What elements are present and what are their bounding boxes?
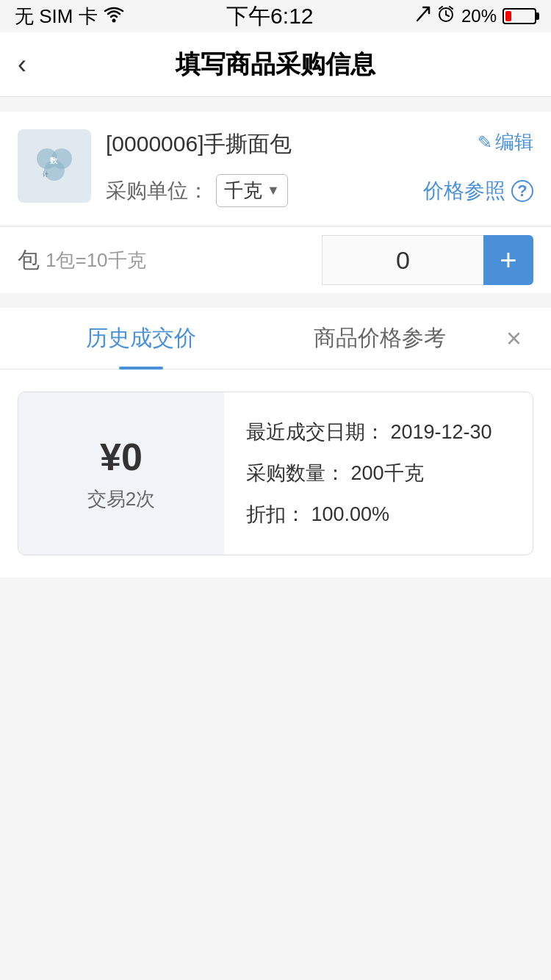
alarm-icon [436, 4, 455, 28]
svg-line-5 [450, 7, 453, 9]
status-bar: 无 SIM 卡 下午6:12 20 [0, 0, 551, 32]
product-card: 数 计 [0000006]手撕面包 ✎ 编辑 采购单位： 千克 ▼ 价格参照 [0, 112, 551, 225]
transaction-left: ¥0 交易2次 [18, 392, 224, 555]
transaction-card: ¥0 交易2次 最近成交日期： 2019-12-30 采购数量： 200千克 折… [18, 392, 533, 555]
quantity-row: 包 1包=10千克 0 + [18, 227, 533, 293]
quantity-input[interactable]: 0 [322, 235, 483, 285]
back-button[interactable]: ‹ [18, 49, 26, 80]
unit-conversion: 1包=10千克 [46, 248, 146, 273]
edit-icon: ✎ [478, 132, 492, 153]
transaction-discount-row: 折扣： 100.00% [246, 501, 511, 529]
tabs-section: 历史成交价 商品价格参考 × ¥0 交易2次 最近成交日期： 2019-12-3… [0, 308, 551, 577]
date-value: 2019-12-30 [391, 421, 492, 443]
product-unit-row: 采购单位： 千克 ▼ 价格参照 ? [106, 174, 533, 207]
price-ref-label: 价格参照 [423, 177, 505, 205]
carrier-text: 无 SIM 卡 [15, 4, 98, 29]
edit-button[interactable]: ✎ 编辑 [478, 129, 533, 155]
transaction-date-row: 最近成交日期： 2019-12-30 [246, 419, 511, 447]
unit-badge: 包 [18, 245, 40, 275]
tab-history-label: 历史成交价 [86, 323, 196, 353]
tab-close-button[interactable]: × [499, 323, 529, 354]
product-header: [0000006]手撕面包 ✎ 编辑 [106, 129, 533, 159]
discount-value: 100.00% [311, 503, 390, 525]
unit-dropdown[interactable]: 千克 ▼ [216, 174, 288, 207]
quantity-section: 包 1包=10千克 0 + [0, 226, 551, 293]
product-name: [0000006]手撕面包 [106, 129, 292, 159]
quantity-detail-value: 200千克 [351, 462, 424, 484]
transaction-price: ¥0 [100, 435, 143, 479]
price-ref-help-icon: ? [511, 180, 533, 202]
edit-label: 编辑 [495, 129, 533, 155]
dropdown-arrow-icon: ▼ [267, 183, 280, 198]
product-info: [0000006]手撕面包 ✎ 编辑 采购单位： 千克 ▼ 价格参照 ? [106, 129, 533, 207]
unit-label-text: 采购单位： [106, 177, 209, 205]
main-content [0, 577, 551, 980]
battery-fill [505, 11, 511, 21]
date-label: 最近成交日期： [246, 421, 385, 443]
transaction-quantity-row: 采购数量： 200千克 [246, 460, 511, 488]
transaction-right: 最近成交日期： 2019-12-30 采购数量： 200千克 折扣： 100.0… [224, 392, 533, 555]
wifi-icon [104, 5, 124, 28]
svg-text:计: 计 [43, 171, 48, 178]
svg-line-3 [446, 15, 449, 16]
transaction-count: 交易2次 [87, 486, 155, 512]
discount-label: 折扣： [246, 503, 306, 525]
tab-price-ref[interactable]: 商品价格参考 [260, 308, 498, 370]
svg-text:数: 数 [49, 156, 58, 165]
tabs-header: 历史成交价 商品价格参考 × [0, 308, 551, 370]
tab-history-price[interactable]: 历史成交价 [22, 308, 260, 370]
product-id: [0000006] [106, 131, 204, 156]
unit-label: 采购单位： 千克 ▼ [106, 174, 288, 207]
product-title: 手撕面包 [204, 131, 292, 156]
quantity-detail-label: 采购数量： [246, 462, 345, 484]
product-image: 数 计 [18, 129, 91, 203]
tab-content: ¥0 交易2次 最近成交日期： 2019-12-30 采购数量： 200千克 折… [0, 370, 551, 577]
location-icon [416, 6, 431, 26]
price-ref-button[interactable]: 价格参照 ? [423, 177, 533, 205]
tab-price-ref-label: 商品价格参考 [314, 323, 446, 353]
quantity-plus-button[interactable]: + [483, 235, 533, 285]
status-right: 20% [416, 4, 536, 28]
quantity-controls: 0 + [322, 235, 533, 285]
product-logo-icon: 数 计 [32, 144, 76, 188]
status-left: 无 SIM 卡 [15, 4, 124, 29]
quantity-label: 包 1包=10千克 [18, 245, 146, 275]
battery-icon [503, 8, 536, 24]
battery-percent: 20% [461, 6, 497, 26]
page-title: 填写商品采购信息 [176, 48, 375, 82]
svg-line-4 [439, 7, 442, 9]
unit-value: 千克 [224, 178, 262, 203]
nav-bar: ‹ 填写商品采购信息 [0, 32, 551, 97]
status-time: 下午6:12 [226, 1, 313, 32]
svg-point-0 [112, 18, 115, 22]
